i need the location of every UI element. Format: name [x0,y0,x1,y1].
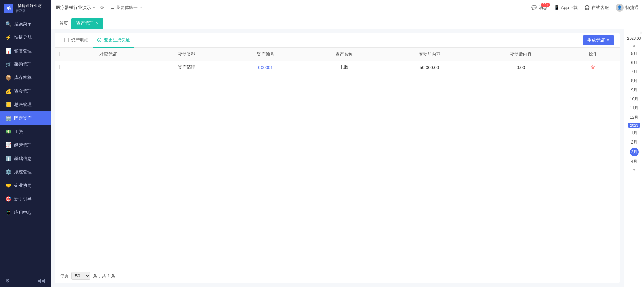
logo-sub: 普及版 [16,9,42,13]
inner-tabs: 资产明细 变更生成凭证 生成凭证 ▼ [55,33,620,48]
th-after: 变动后内容 [475,48,567,61]
th-voucher: 对应凭证 [69,48,148,61]
settings-icon[interactable]: ⚙ [5,278,10,284]
sidebar-label-payroll: 工资 [14,129,23,135]
rp-month-2023-2[interactable]: 2月 [624,138,644,147]
rp-month-2023-4[interactable]: 4月 [624,157,644,166]
sidebar-label-operations: 经营管理 [14,142,32,148]
inner-tab2-label: 变更生成凭证 [104,37,130,43]
rp-month-11[interactable]: 11月 [624,104,644,113]
sidebar-item-payroll[interactable]: 💵 工资 [0,125,51,138]
sidebar-label-basic-info: 基础信息 [14,156,32,162]
basic-info-icon: ℹ️ [5,156,11,162]
row-checkbox-cell [55,61,69,74]
per-page-select[interactable]: 10 20 50 100 [71,272,90,280]
sidebar-label-guide: 新手引导 [14,196,32,202]
data-table-container: 对应凭证 变动类型 资产编号 资产名称 变动前内容 变动后内容 操作 [55,48,620,268]
main-area: 医疗器械行业演示 ▼ ⚙ ☁ 我要体验一下 💬 消息 99+ 📱 App下载 🎧… [51,0,644,287]
sidebar-item-operations[interactable]: 📈 经营管理 [0,138,51,152]
sidebar-item-fixed-assets[interactable]: 🏢 固定资产 [0,111,51,125]
message-badge: 99+ [541,3,550,7]
sidebar-item-fund[interactable]: 💰 资金管理 [0,85,51,98]
th-before: 变动前内容 [384,48,475,61]
sidebar-label-search: 搜索菜单 [14,21,32,27]
sidebar-nav: 🔍 搜索菜单 ⚡ 快捷导航 📊 销售管理 🛒 采购管理 📦 库存核算 💰 资金管… [0,17,51,274]
logo-icon: 畅 [4,4,13,13]
expand-icon[interactable]: ⛶ [633,30,637,35]
message-action[interactable]: 💬 消息 99+ [531,5,547,11]
tab-close-icon[interactable]: ✕ [96,21,99,26]
inner-tab-generate-voucher[interactable]: 变更生成凭证 [93,33,134,48]
rp-month-2023-3-active[interactable]: 3月 [630,148,639,156]
select-all-checkbox[interactable] [59,52,64,56]
enterprise-icon: 🤝 [5,183,11,189]
rp-year-month-header: 2023.03 [624,34,644,42]
generate-voucher-icon [97,37,102,43]
close-panel-icon[interactable]: ✕ [639,30,643,35]
customer-service-label: 在线客服 [591,5,609,11]
delete-row-icon[interactable]: 🗑 [591,65,595,70]
demo-text: 我要体验一下 [116,5,142,11]
svg-point-4 [98,38,101,42]
rp-month-10[interactable]: 10月 [624,95,644,104]
guide-icon: 🎯 [5,196,11,202]
cell-change-type: 资产清理 [148,61,226,74]
rp-month-12[interactable]: 12月 [624,113,644,122]
app-center-icon: 📱 [5,210,11,216]
generate-btn-arrow-icon: ▼ [606,38,610,42]
rp-month-9[interactable]: 9月 [624,86,644,95]
rp-month-8[interactable]: 8月 [624,76,644,86]
sidebar: 畅 畅捷通好业财 普及版 🔍 搜索菜单 ⚡ 快捷导航 📊 销售管理 🛒 采购管理… [0,0,51,287]
generate-btn-label: 生成凭证 [587,37,605,43]
table-footer: 每页 10 20 50 100 条，共 1 条 [55,268,620,283]
generate-voucher-button[interactable]: 生成凭证 ▼ [583,35,614,45]
inner-tab-asset-detail[interactable]: 资产明细 [60,33,93,48]
system-icon: ⚙️ [5,169,11,175]
cell-action: 🗑 [566,61,620,74]
row-checkbox[interactable] [59,65,64,69]
rp-month-7[interactable]: 7月 [624,67,644,76]
avatar: 👤 [616,4,624,12]
rp-year-2023: 2023 [624,122,644,129]
company-selector[interactable]: 医疗器械行业演示 ▼ [56,5,96,11]
demo-hint[interactable]: ☁ 我要体验一下 [110,5,142,11]
sidebar-item-ledger[interactable]: 📒 总账管理 [0,98,51,111]
sidebar-label-ledger: 总账管理 [14,102,32,108]
sidebar-item-sales[interactable]: 📊 销售管理 [0,44,51,58]
sidebar-item-enterprise[interactable]: 🤝 企业协同 [0,179,51,192]
content-area: 资产明细 变更生成凭证 生成凭证 ▼ [51,29,644,287]
payroll-icon: 💵 [5,129,11,135]
rp-month-2023-1[interactable]: 1月 [624,129,644,138]
sidebar-label-purchase: 采购管理 [14,61,32,67]
rp-month-6[interactable]: 6月 [624,58,644,67]
customer-service-action[interactable]: 🎧 在线客服 [584,5,609,11]
cell-asset-no: 000001 [226,61,305,74]
rp-scroll: ▲ 5月 6月 7月 8月 9月 10月 11月 12月 2023 1月 2月 … [624,42,644,287]
sidebar-label-system: 系统管理 [14,169,32,175]
search-icon: 🔍 [5,21,11,27]
app-download-action[interactable]: 📱 App下载 [554,5,578,11]
sidebar-label-inventory: 库存核算 [14,75,32,81]
user-profile[interactable]: 👤 畅捷通 [616,4,639,12]
sidebar-item-guide[interactable]: 🎯 新手引导 [0,192,51,206]
rp-month-5[interactable]: 5月 [624,49,644,58]
sidebar-item-inventory[interactable]: 📦 库存核算 [0,71,51,85]
sidebar-item-purchase[interactable]: 🛒 采购管理 [0,58,51,71]
sidebar-item-app-center[interactable]: 📱 应用中心 [0,206,51,219]
sidebar-bottom: ⚙ ◀◀ [0,274,51,287]
sidebar-item-search[interactable]: 🔍 搜索菜单 [0,17,51,31]
sales-icon: 📊 [5,48,11,54]
tab-asset-management[interactable]: 资产管理 ✕ [71,18,103,29]
tab-home[interactable]: 首页 [56,18,71,29]
cell-asset-name: 电脑 [305,61,384,74]
sidebar-item-system[interactable]: ⚙️ 系统管理 [0,165,51,179]
sidebar-item-basic-info[interactable]: ℹ️ 基础信息 [0,152,51,165]
collapse-icon[interactable]: ◀◀ [37,278,45,284]
purchase-icon: 🛒 [5,61,11,67]
rp-year-badge[interactable]: 2023 [628,123,640,128]
sidebar-logo: 畅 畅捷通好业财 普及版 [0,0,51,17]
rp-scroll-down-icon[interactable]: ▼ [624,166,644,173]
topbar-gear-icon[interactable]: ⚙ [100,4,104,11]
rp-scroll-up-icon[interactable]: ▲ [624,42,644,49]
sidebar-item-quick-nav[interactable]: ⚡ 快捷导航 [0,31,51,44]
